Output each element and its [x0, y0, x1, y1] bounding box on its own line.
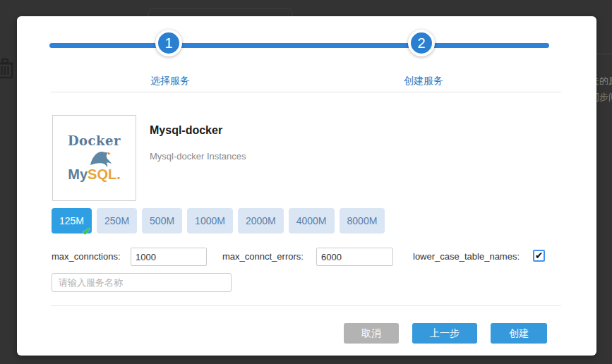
size-option-4000m[interactable]: 4000M: [289, 208, 335, 233]
mysql-logo-text: MySQL.: [68, 166, 120, 183]
size-option-125m[interactable]: 125M ✔: [52, 208, 92, 233]
size-option-250m[interactable]: 250M: [97, 208, 137, 233]
lower-case-table-names-label: lower_case_table_names:: [413, 251, 520, 262]
step-2-label: 创建服务: [402, 75, 445, 87]
background-divider: [596, 54, 612, 54]
stepper-progress-bar: [49, 43, 549, 48]
header-divider: [51, 92, 561, 92]
size-option-8000m[interactable]: 8000M: [340, 208, 385, 233]
memory-size-options: 125M ✔ 250M 500M 1000M 2000M 4000M 8000M: [52, 208, 385, 233]
previous-step-button[interactable]: 上一步: [412, 323, 477, 344]
cancel-button[interactable]: 取消: [344, 323, 399, 344]
service-name-input[interactable]: [52, 273, 232, 292]
max-connect-errors-label: max_connct_errors:: [222, 251, 304, 262]
lower-case-table-names-checkbox[interactable]: ✔: [533, 250, 545, 262]
service-title: Mysql-docker: [150, 124, 222, 137]
size-option-1000m[interactable]: 1000M: [187, 208, 233, 233]
max-connections-input[interactable]: [131, 248, 207, 266]
size-option-label: 125M: [59, 215, 84, 226]
max-connect-errors-input[interactable]: [316, 248, 393, 266]
mysql-logo-sql: SQL.: [88, 166, 121, 182]
create-button[interactable]: 创建: [491, 323, 547, 344]
trash-icon: [0, 58, 14, 79]
mysql-logo-my: My: [68, 166, 88, 182]
create-service-modal: 1 2 选择服务 创建服务 Docker MySQL. Mysql-docker…: [17, 16, 596, 356]
mysql-dolphin-icon: [89, 150, 113, 168]
selected-check-icon: ✔: [82, 225, 91, 238]
checkbox-check-icon: ✔: [535, 250, 544, 260]
size-option-2000m[interactable]: 2000M: [238, 208, 284, 233]
docker-logo-text: Docker: [68, 133, 121, 148]
step-1-circle[interactable]: 1: [155, 30, 182, 56]
footer-divider: [51, 305, 561, 306]
step-1-label: 选择服务: [149, 75, 191, 87]
service-subtitle: Mysql-docker Instances: [150, 151, 246, 162]
service-logo: Docker MySQL.: [52, 115, 136, 201]
max-connections-label: max_connctions:: [52, 251, 121, 262]
step-2-circle[interactable]: 2: [408, 30, 435, 56]
size-option-500m[interactable]: 500M: [142, 208, 182, 233]
